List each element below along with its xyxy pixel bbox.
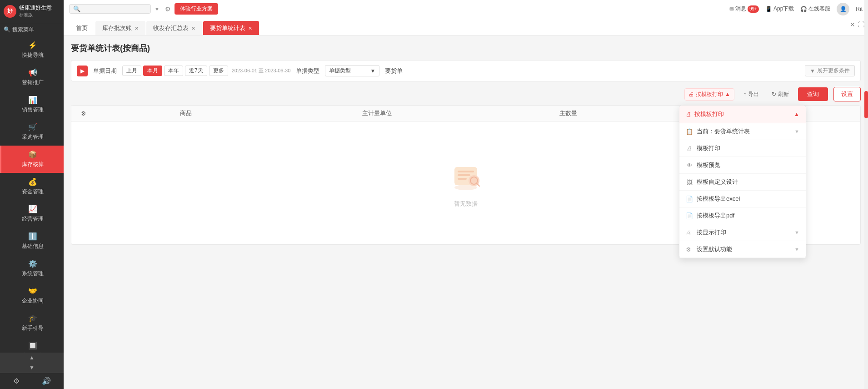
sidebar-item-collab[interactable]: 🤝 企业协同 [0, 282, 64, 309]
refresh-btn[interactable]: ↻ 刷新 [768, 89, 793, 100]
template-pdf-icon: 📄 [686, 212, 693, 219]
dropdown-template-excel[interactable]: 📄 按模板导出excel [679, 191, 806, 207]
template-custom-label: 模板自定义设计 [697, 178, 738, 186]
app-download-label: App下载 [773, 5, 794, 13]
tab-home[interactable]: 首页 [69, 21, 95, 35]
sidebar-item-finance[interactable]: 💰 资金管理 [0, 173, 64, 200]
tab-receivable-summary-label: 收发存汇总表 [153, 24, 189, 32]
print-dropdown-collapse[interactable]: ▲ [794, 111, 799, 117]
export-icon: ↑ [743, 91, 746, 97]
expand-conditions-label: 展开更多条件 [817, 67, 850, 75]
date-btn-prev-month[interactable]: 上月 [122, 66, 141, 76]
app-download-action[interactable]: 📱 App下载 [765, 5, 794, 13]
inventory-icon: 📦 [28, 150, 37, 159]
tab-order-stats-label: 要货单统计表 [210, 24, 245, 32]
app-download-icon: 📱 [765, 6, 772, 12]
th-qty: 主数量 [473, 109, 664, 117]
template-preview-label: 模板预览 [697, 161, 720, 169]
dropdown-template-custom[interactable]: 🖼 模板自定义设计 [679, 174, 806, 191]
sidebar-item-purchase[interactable]: 🛒 采购管理 [0, 118, 64, 146]
template-excel-icon: 📄 [686, 196, 693, 202]
template-custom-icon: 🖼 [686, 179, 693, 186]
scrollbar-thumb[interactable] [864, 91, 868, 118]
sidebar-item-label: 基础信息 [22, 242, 44, 250]
print-dropdown-arrow[interactable]: ▲ [725, 91, 730, 97]
app-sub-name: 标准版 [19, 12, 52, 18]
date-btn-7days[interactable]: 近7天 [185, 66, 207, 76]
template-excel-label: 按模板导出excel [697, 195, 740, 203]
date-btn-this-month[interactable]: 本月 [143, 66, 162, 76]
volume-icon[interactable]: 🔊 [42, 377, 51, 385]
th-goods: 商品 [90, 109, 282, 117]
window-close-btn[interactable]: ✕ [850, 21, 855, 28]
print-template-btn[interactable]: 🖨 按模板打印 ▲ [684, 88, 734, 101]
dropdown-display-print[interactable]: 🖨 按显示打印 ▼ [679, 224, 806, 241]
default-func-label: 设置默认功能 [697, 245, 732, 253]
dropdown-template-print[interactable]: 🖨 模板打印 [679, 140, 806, 157]
settings-icon[interactable]: ⚙ [13, 377, 20, 385]
sidebar-scroll-up[interactable]: ▲ [0, 353, 64, 363]
dropdown-default-func[interactable]: ⚙ 设置默认功能 ▼ [679, 241, 806, 258]
user-avatar[interactable]: 👤 [837, 3, 849, 15]
print-header-icon: 🖨 [686, 111, 692, 118]
sidebar-search[interactable]: 🔍 搜索菜单 [0, 23, 64, 36]
sidebar-item-apps[interactable]: 🔲 应用中心 [0, 337, 64, 353]
default-func-icon: ⚙ [686, 246, 693, 253]
tab-order-stats[interactable]: 要货单统计表 ✕ [203, 21, 259, 35]
page-title: 要货单统计表(按商品) [71, 43, 861, 54]
sidebar-item-guide[interactable]: 🎓 新手引导 [0, 309, 64, 337]
filter-expand-icon[interactable]: ▶ [77, 66, 88, 76]
order-type-value: 单据类型 [329, 67, 351, 75]
tab-order-stats-close[interactable]: ✕ [248, 25, 252, 31]
app-name: 畅康通好生意 [19, 5, 52, 12]
sidebar: 好 畅康通好生意 标准版 🔍 搜索菜单 ⚡ 快捷导航 📢 营销推广 📊 销售管理… [0, 0, 64, 389]
tab-inventory-batch-close[interactable]: ✕ [135, 25, 139, 31]
topbar-gear-icon[interactable]: ⚙ [165, 5, 171, 13]
order-type-dropdown[interactable]: 单据类型 ▼ [325, 65, 379, 76]
svg-rect-3 [458, 174, 470, 176]
sidebar-item-marketing[interactable]: 📢 营销推广 [0, 64, 64, 91]
tab-receivable-summary[interactable]: 收发存汇总表 ✕ [146, 21, 202, 35]
date-btn-this-year[interactable]: 本年 [164, 66, 183, 76]
quick-nav-icon: ⚡ [28, 41, 37, 50]
print-header-label: 按模板打印 [694, 110, 724, 118]
tab-receivable-summary-close[interactable]: ✕ [191, 25, 195, 31]
online-service-action[interactable]: 🎧 在线客服 [800, 5, 830, 13]
query-btn[interactable]: 查询 [798, 87, 828, 101]
expand-conditions-btn[interactable]: ▼ 展开更多条件 [805, 65, 855, 76]
current-item-icon: 📋 [686, 128, 693, 135]
sidebar-item-quick-nav[interactable]: ⚡ 快捷导航 [0, 36, 64, 64]
sidebar-item-basic[interactable]: ℹ️ 基础信息 [0, 227, 64, 255]
logo-icon: 好 [4, 5, 16, 18]
dropdown-template-pdf[interactable]: 📄 按模板导出pdf [679, 207, 806, 224]
main-area: 🔍 ▼ ⚙ 体验行业方案 ✉ 消息 99+ 📱 App下载 🎧 在线客服 👤 R… [64, 0, 868, 389]
tab-home-label: 首页 [76, 24, 88, 32]
sidebar-item-sales[interactable]: 📊 销售管理 [0, 91, 64, 118]
sidebar-item-operations[interactable]: 📈 经营管理 [0, 200, 64, 227]
topbar-search-box[interactable]: 🔍 [69, 4, 151, 14]
refresh-icon: ↻ [772, 91, 776, 97]
topbar-search-input[interactable] [82, 6, 146, 12]
trial-btn[interactable]: 体验行业方案 [175, 3, 218, 15]
sidebar-scroll-down[interactable]: ▼ [0, 363, 64, 373]
sidebar-item-label: 经营管理 [22, 215, 44, 223]
tab-inventory-batch[interactable]: 库存批次账 ✕ [95, 21, 145, 35]
topbar-search-dropdown[interactable]: ▼ [155, 6, 160, 12]
date-btn-more[interactable]: 更多 [209, 66, 228, 76]
system-icon: ⚙️ [28, 259, 37, 268]
settings-btn[interactable]: 设置 [833, 87, 861, 101]
export-btn[interactable]: ↑ 导出 [740, 89, 763, 100]
dropdown-current-item[interactable]: 📋 当前：要货单统计表 ▼ [679, 123, 806, 140]
topbar-actions: ✉ 消息 99+ 📱 App下载 🎧 在线客服 👤 Rit [729, 3, 863, 15]
scrollbar[interactable] [864, 0, 868, 389]
sidebar-search-label: 搜索菜单 [12, 26, 34, 34]
dropdown-template-preview[interactable]: 👁 模板预览 [679, 157, 806, 174]
th-settings[interactable]: ⚙ [77, 110, 90, 117]
sidebar-item-system[interactable]: ⚙️ 系统管理 [0, 255, 64, 282]
basic-icon: ℹ️ [28, 232, 37, 241]
window-maximize-btn[interactable]: ⛶ [858, 21, 864, 28]
finance-icon: 💰 [28, 177, 37, 186]
sidebar-item-inventory[interactable]: 📦 库存核算 [0, 146, 64, 173]
template-print-icon: 🖨 [686, 145, 693, 152]
messages-action[interactable]: ✉ 消息 99+ [729, 5, 759, 13]
